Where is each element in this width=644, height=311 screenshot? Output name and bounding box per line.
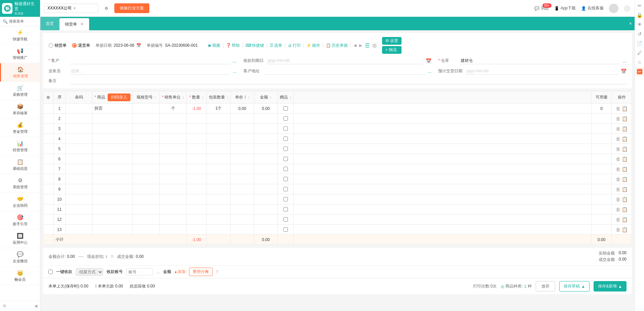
payment-add-button[interactable]: ● 添加 <box>175 269 186 275</box>
expected-date-calendar-icon[interactable]: 📅 <box>621 69 627 74</box>
table-view-icon[interactable]: ☰ <box>365 42 370 49</box>
cell-barcode-0[interactable] <box>66 104 92 114</box>
delete-icon-6[interactable]: 🗑 <box>616 166 620 172</box>
topbar-settings-button[interactable]: ⚙ <box>102 4 111 13</box>
toolbar-help[interactable]: ❓ 帮助 <box>226 43 240 48</box>
sidebar-item-collab[interactable]: 🤝 企业协同 <box>0 193 40 211</box>
due-date-input[interactable] <box>266 57 423 64</box>
cell-spec-6[interactable] <box>133 164 160 174</box>
copy-icon-3[interactable]: 📋 <box>622 136 628 142</box>
cell-price-3[interactable] <box>231 134 254 144</box>
right-panel-doc[interactable]: 📄 <box>635 39 644 48</box>
cell-qty-10[interactable] <box>186 204 206 215</box>
sidebar-item-basic-info[interactable]: 📋 基础信息 <box>0 156 40 174</box>
doc-date-calendar-icon[interactable]: 📅 <box>136 43 141 48</box>
company-selector[interactable]: XXXXXX公司 ▼ <box>44 4 98 13</box>
cell-spec-2[interactable] <box>133 124 160 134</box>
right-panel-view[interactable]: 👁 <box>635 20 644 29</box>
right-panel-lock[interactable]: 🔒 <box>635 11 644 20</box>
tab-close-all-icon[interactable]: × <box>629 21 632 26</box>
copy-icon-7[interactable]: 📋 <box>622 177 628 182</box>
abandon-button[interactable]: 放弃 <box>536 281 555 291</box>
cell-unit-2[interactable] <box>160 124 186 134</box>
radio-sales[interactable]: 销货单 <box>48 43 67 48</box>
spec-sort-icon[interactable]: ↕ <box>154 95 156 99</box>
customer-ellipsis-icon[interactable]: ... <box>233 58 237 64</box>
customer-input[interactable] <box>70 57 230 64</box>
delete-icon-10[interactable]: 🗑 <box>616 207 620 212</box>
cell-product-9[interactable] <box>92 194 133 204</box>
tab-close-button[interactable]: × <box>80 22 83 27</box>
cell-price-11[interactable] <box>231 215 254 225</box>
cell-price-1[interactable] <box>231 114 254 124</box>
copy-icon-0[interactable]: 📋 <box>622 106 628 111</box>
save-new-button[interactable]: 保存&新增 ▲ <box>594 281 627 291</box>
cell-gift-10[interactable] <box>278 204 294 215</box>
price-info-icon[interactable]: ℹ <box>244 95 246 100</box>
cell-qty-7[interactable] <box>186 174 206 184</box>
sidebar-item-wechat[interactable]: 💬 企业微信 <box>0 248 40 267</box>
cell-price-10[interactable] <box>231 204 254 215</box>
gift-sort-icon[interactable]: ↕ <box>290 95 291 99</box>
cell-price-2[interactable] <box>231 124 254 134</box>
cell-unit-4[interactable] <box>160 144 186 154</box>
total-owed-info-icon[interactable]: ℹ <box>95 284 97 288</box>
toolbar-history[interactable]: 📋 历史单据 <box>326 43 348 48</box>
unit-sort-icon[interactable]: ↕ <box>183 95 184 99</box>
cell-gift-4[interactable] <box>278 144 294 154</box>
cell-price-0[interactable]: 0.00 <box>231 104 254 114</box>
tab-sales[interactable]: 销货单 × <box>60 18 89 30</box>
cell-product-0[interactable]: 拆页 <box>92 104 133 114</box>
cell-gift-9[interactable] <box>278 194 294 204</box>
cell-spec-11[interactable] <box>133 215 160 225</box>
delete-icon-8[interactable]: 🗑 <box>616 187 620 192</box>
cell-qty-6[interactable] <box>186 164 206 174</box>
cell-unit-6[interactable] <box>160 164 186 174</box>
cell-spec-9[interactable] <box>133 194 160 204</box>
cell-barcode-12[interactable] <box>66 225 92 235</box>
expected-date-input[interactable] <box>465 68 618 75</box>
copy-icon-4[interactable]: 📋 <box>622 146 628 152</box>
cell-barcode-8[interactable] <box>66 184 92 194</box>
cell-product-7[interactable] <box>92 174 133 184</box>
cell-barcode-3[interactable] <box>66 134 92 144</box>
cell-barcode-5[interactable] <box>66 154 92 164</box>
cell-gift-7[interactable] <box>278 174 294 184</box>
cell-barcode-7[interactable] <box>66 174 92 184</box>
one-click-pay-checkbox[interactable] <box>48 270 53 274</box>
online-service-button[interactable]: 👤 在线客服 <box>581 5 604 11</box>
sidebar-item-app-center[interactable]: 🔲 应用中心 <box>0 230 40 248</box>
sidebar-item-sys-mgmt[interactable]: ⚙ 系统管理 <box>0 174 40 193</box>
cell-product-8[interactable] <box>92 184 133 194</box>
delete-icon-7[interactable]: 🗑 <box>616 177 620 182</box>
cell-unit-1[interactable] <box>160 114 186 124</box>
cell-unit-8[interactable] <box>160 184 186 194</box>
right-panel-pen[interactable]: 🖊 <box>635 48 644 57</box>
cell-price-4[interactable] <box>231 144 254 154</box>
copy-icon-10[interactable]: 📋 <box>622 207 628 212</box>
cell-qty-8[interactable] <box>186 184 206 194</box>
salesperson-input[interactable] <box>70 68 230 75</box>
cell-qty-0[interactable]: -1.00 <box>186 104 206 114</box>
trial-button[interactable]: 体验行业方案 <box>114 3 149 13</box>
cell-product-3[interactable] <box>92 134 133 144</box>
cell-product-2[interactable] <box>92 124 133 134</box>
toolbar-shortcut[interactable]: ⌨ 快捷键 <box>245 43 264 48</box>
payment-account-input[interactable] <box>126 268 153 276</box>
copy-icon-6[interactable]: 📋 <box>622 166 628 172</box>
sidebar-search[interactable]: 🔍 搜索菜单 <box>0 17 40 26</box>
cell-gift-12[interactable] <box>278 225 294 235</box>
sidebar-item-quick-nav[interactable]: ⚡ 快捷导航 <box>0 26 40 45</box>
cell-product-4[interactable] <box>92 144 133 154</box>
nav-next-icon[interactable]: ▶ <box>359 43 362 48</box>
cash-discount-info-icon[interactable]: ℹ <box>106 254 107 259</box>
th-gear[interactable]: ⚙ <box>43 91 53 104</box>
sidebar-item-inventory[interactable]: 📦 库存核算 <box>0 100 40 119</box>
app-download-button[interactable]: 📱 App下载 <box>554 5 576 11</box>
payment-ellipsis-icon[interactable]: ... <box>156 270 160 274</box>
qty-sort-icon[interactable]: ↕ <box>202 95 203 99</box>
toolbar-action[interactable]: ⚡ 操作 <box>306 43 320 48</box>
cell-spec-5[interactable] <box>133 154 160 164</box>
cell-gift-2[interactable] <box>278 124 294 134</box>
cell-unit-9[interactable] <box>160 194 186 204</box>
